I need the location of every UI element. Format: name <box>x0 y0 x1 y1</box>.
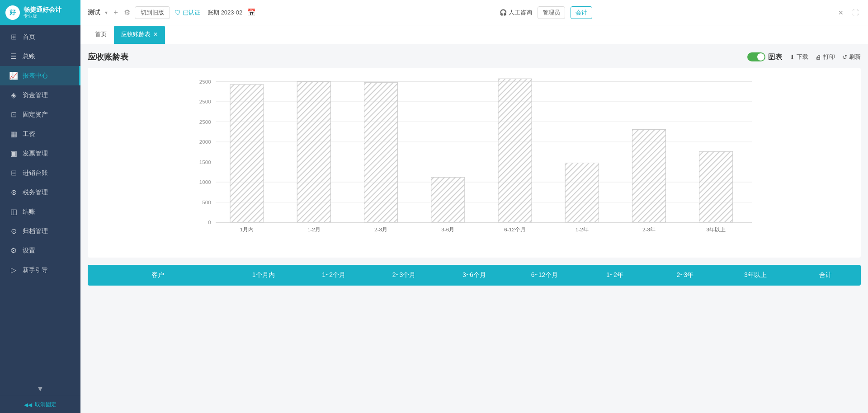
window-controls: ✕ ⛶ <box>835 7 861 18</box>
archive-icon: ⊙ <box>9 227 18 235</box>
table-container: 客户 1个月内 1~2个月 2~3个月 3~6个月 6~12个月 1~2年 2~… <box>88 265 861 286</box>
page-header: 应收账龄表 图表 ⬇ 下载 🖨 打印 ↺ 刷新 <box>88 52 861 62</box>
bar-2-3月 <box>364 83 397 222</box>
download-label: 下载 <box>797 53 808 61</box>
sidebar-item-report[interactable]: 📈 报表中心 <box>0 66 80 85</box>
pin-label: 取消固定 <box>35 401 57 408</box>
app-name: 畅捷通好会计 <box>24 6 61 14</box>
tab-bar: 首页 应收账龄表 ✕ <box>80 25 868 44</box>
tab-home[interactable]: 首页 <box>88 26 114 44</box>
svg-text:2500: 2500 <box>199 119 211 125</box>
sidebar-nav: ⊞ 首页 ☰ 总账 📈 报表中心 ◈ 资金管理 ⊡ 固定资产 ▦ 工资 ▣ 发票… <box>0 25 80 382</box>
col-header-client: 客户 <box>88 265 228 286</box>
svg-text:1-2月: 1-2月 <box>307 226 321 232</box>
sidebar-item-invoice[interactable]: ▣ 发票管理 <box>0 144 80 163</box>
app-edition: 专业版 <box>24 13 61 19</box>
sidebar-label-funds: 资金管理 <box>23 91 48 99</box>
print-label: 打印 <box>823 53 835 61</box>
maximize-window-button[interactable]: ⛶ <box>850 7 861 18</box>
certified-badge: 🛡 已认证 <box>175 9 200 17</box>
consult-button[interactable]: 🎧 人工咨询 <box>500 9 532 17</box>
report-icon: 📈 <box>9 71 18 80</box>
svg-text:3年以上: 3年以上 <box>706 226 725 232</box>
col-header-3y-plus: 3年以上 <box>720 265 790 286</box>
tax-icon: ⊛ <box>9 188 18 197</box>
col-header-2-3y: 2~3年 <box>650 265 720 286</box>
chart-toggle-label: 图表 <box>768 52 783 62</box>
main-area: 测试 ▾ ＋ ⚙ 切到旧版 🛡 已认证 账期 2023-02 📅 🎧 人工咨询 … <box>80 0 868 413</box>
settings-icon: ⚙ <box>9 246 18 255</box>
svg-text:2500: 2500 <box>199 99 211 104</box>
sidebar-label-assets: 固定资产 <box>23 111 48 119</box>
sidebar-item-funds[interactable]: ◈ 资金管理 <box>0 85 80 105</box>
svg-text:6-12个月: 6-12个月 <box>504 226 525 232</box>
svg-text:1500: 1500 <box>199 159 211 165</box>
svg-text:3-6月: 3-6月 <box>441 226 454 232</box>
col-header-2-3m: 2~3个月 <box>369 265 439 286</box>
certified-text: 已认证 <box>183 9 200 17</box>
sales-icon: ⊟ <box>9 169 18 177</box>
svg-text:0: 0 <box>208 219 211 225</box>
sidebar-item-ledger[interactable]: ☰ 总账 <box>0 47 80 66</box>
bar-3年以上 <box>699 151 733 222</box>
headset-icon: 🎧 <box>500 9 507 16</box>
sidebar-label-home: 首页 <box>23 33 35 41</box>
shield-icon: 🛡 <box>175 9 181 16</box>
page-actions: 图表 ⬇ 下载 🖨 打印 ↺ 刷新 <box>747 52 861 62</box>
sidebar-item-assets[interactable]: ⊡ 固定资产 <box>0 105 80 124</box>
workspace-title: 测试 <box>88 9 100 17</box>
topbar: 测试 ▾ ＋ ⚙ 切到旧版 🛡 已认证 账期 2023-02 📅 🎧 人工咨询 … <box>80 0 868 25</box>
print-icon: 🖨 <box>816 54 821 61</box>
tab-aging-label: 应收账龄表 <box>121 30 151 38</box>
bar-1月内 <box>230 84 264 222</box>
svg-text:2-3年: 2-3年 <box>642 226 656 232</box>
assets-icon: ⊡ <box>9 110 18 119</box>
add-workspace-icon[interactable]: ＋ <box>112 8 119 17</box>
close-window-button[interactable]: ✕ <box>835 7 846 18</box>
consult-label: 人工咨询 <box>509 9 532 17</box>
home-icon: ⊞ <box>9 33 18 41</box>
bar-chart: 2500 2500 2500 2000 1500 1000 500 0 1月内 <box>101 77 847 239</box>
bar-2-3年 <box>632 129 665 222</box>
sidebar-label-sales: 进销台账 <box>23 169 48 177</box>
sidebar-item-home[interactable]: ⊞ 首页 <box>0 27 80 47</box>
switch-old-version-button[interactable]: 切到旧版 <box>135 6 170 19</box>
funds-icon: ◈ <box>9 91 18 99</box>
chart-toggle[interactable] <box>747 52 765 61</box>
col-header-6-12m: 6~12个月 <box>509 265 580 286</box>
scroll-down-btn[interactable]: ▼ <box>0 382 80 396</box>
role-button[interactable]: 会计 <box>571 6 592 19</box>
period-label: 账期 2023-02 <box>208 9 242 17</box>
sidebar-label-settings: 设置 <box>23 247 35 255</box>
tab-close-icon[interactable]: ✕ <box>153 31 158 38</box>
settings-gear-icon[interactable]: ⚙ <box>124 8 130 17</box>
sidebar-label-salary: 工资 <box>23 130 35 138</box>
print-button[interactable]: 🖨 打印 <box>816 53 835 61</box>
calendar-icon[interactable]: 📅 <box>247 8 256 17</box>
manager-button[interactable]: 管理员 <box>538 6 565 19</box>
sidebar-item-archive[interactable]: ⊙ 归档管理 <box>0 221 80 241</box>
workspace-chevron-icon[interactable]: ▾ <box>105 9 108 16</box>
tab-home-label: 首页 <box>95 31 107 38</box>
sidebar-item-guide[interactable]: ▷ 新手引导 <box>0 260 80 280</box>
sidebar-label-ledger: 总账 <box>23 52 35 61</box>
svg-text:1000: 1000 <box>199 179 211 185</box>
unpin-button[interactable]: ◀◀ 取消固定 <box>0 396 80 413</box>
sidebar-item-sales[interactable]: ⊟ 进销台账 <box>0 163 80 183</box>
sidebar-label-invoice: 发票管理 <box>23 150 48 158</box>
download-button[interactable]: ⬇ 下载 <box>790 53 808 61</box>
tab-aging[interactable]: 应收账龄表 ✕ <box>114 26 165 44</box>
page-title: 应收账龄表 <box>88 52 128 62</box>
salary-icon: ▦ <box>9 130 18 138</box>
sidebar-item-tax[interactable]: ⊛ 税务管理 <box>0 183 80 202</box>
refresh-button[interactable]: ↺ 刷新 <box>842 53 861 61</box>
sidebar-item-salary[interactable]: ▦ 工资 <box>0 124 80 144</box>
col-header-total: 合计 <box>791 265 861 286</box>
app-logo: 好 畅捷通好会计 专业版 <box>0 0 80 25</box>
col-header-1-2y: 1~2年 <box>580 265 650 286</box>
topbar-right: 🎧 人工咨询 管理员 会计 <box>500 6 592 19</box>
sidebar-item-settings[interactable]: ⚙ 设置 <box>0 241 80 260</box>
sidebar-item-closing[interactable]: ◫ 结账 <box>0 202 80 221</box>
bar-1-2年 <box>565 163 599 222</box>
svg-text:500: 500 <box>202 199 211 205</box>
